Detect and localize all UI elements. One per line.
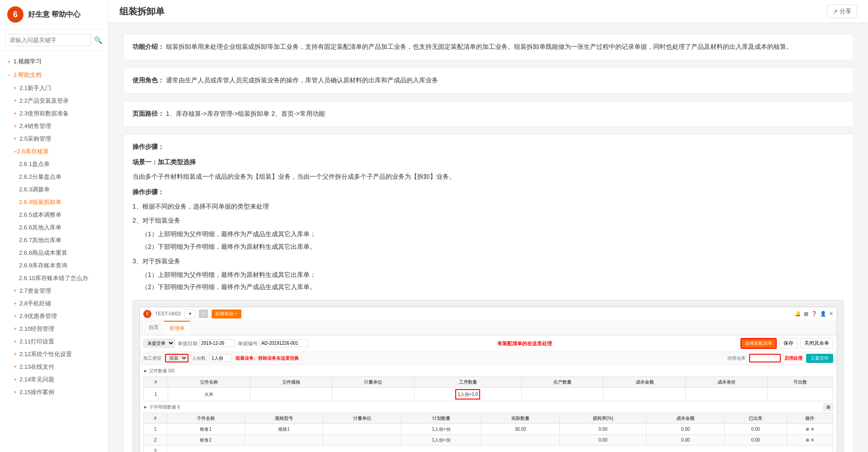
expand-icon: +	[14, 85, 17, 91]
sidebar-item-docs[interactable]: − 2.帮助文档	[0, 68, 108, 82]
sidebar-item-2.6.4[interactable]: 2.6.4组装拆卸单	[0, 196, 108, 209]
collapse-icon: −	[14, 148, 17, 155]
sidebar-item-2.15[interactable]: + 2.15操作案例	[0, 386, 108, 399]
sidebar-item-2.6.6[interactable]: 2.6.6其他入库单	[0, 221, 108, 234]
app-store-icon[interactable]: ▦	[804, 309, 808, 318]
expand-btn[interactable]: ⊞	[823, 403, 833, 411]
share-button[interactable]: ↗ 分享	[827, 5, 857, 18]
sidebar-item-2.6.3[interactable]: 2.6.3调拨单	[0, 183, 108, 196]
sidebar-item-2.5[interactable]: + 2.5采购管理	[0, 133, 108, 145]
bottom-table-container: ► 子件明细数量 6 ⊞ # 子件名称 规格型号 计量单位	[140, 402, 837, 452]
bottom-table: # 子件名称 规格型号 计量单位 计划数量 实际数量 损耗率(%) 成本金额 已	[143, 413, 833, 452]
sidebar-item-2.6.7[interactable]: 2.6.7其他出库单	[0, 234, 108, 247]
order-num-field: 单据编号	[238, 339, 309, 348]
notification-icon[interactable]: 🔔	[795, 309, 801, 318]
sidebar-item-2.12[interactable]: + 2.12系统个性化设置	[0, 348, 108, 361]
bottom-row-2: 2 粮食2 1人份+份 0.00 0.00 0.00	[144, 434, 833, 445]
sim-screenshot: 6 TEST-H002 ▼ ⟳ 新增单据一 🔔 ▦ ❓ 👤	[133, 300, 844, 452]
new-order-btn[interactable]: 新增单据一	[212, 309, 241, 319]
order-num-input[interactable]	[259, 339, 309, 347]
search-icon[interactable]: 🔍	[94, 36, 103, 44]
sidebar-item-2.6.1[interactable]: 2.6.1盘点单	[0, 158, 108, 171]
bottom-row-3: 3	[144, 445, 833, 452]
plus-icon: +	[7, 58, 11, 65]
step2-sub1: （1）上部明细为父件明细，最终作为产成品生成其它入库单；	[142, 229, 844, 240]
expand-icon: +	[14, 364, 17, 370]
close-icon[interactable]: ✕	[829, 309, 833, 318]
col-prod-qty: 生产数量	[521, 376, 604, 387]
col-cost-unit: 成本单价	[685, 376, 768, 387]
step3-subs: （1）上部明细为父件明细，最终作为原材料生成其它出库单； （2）下部明细为子件明…	[132, 270, 844, 293]
sidebar-item-2.14[interactable]: + 2.14常见问题	[0, 373, 108, 386]
user-icon[interactable]: 👤	[820, 309, 826, 318]
sidebar-item-2.2[interactable]: + 2.2产品安装及登录	[0, 95, 108, 107]
top-table: # 父件名称 父件规格 计量单位 工序数量 生产数量 成本金额 成本单价 可出数	[143, 376, 833, 401]
screenshot-container: 6 TEST-H002 ▼ ⟳ 新增单据一 🔔 ▦ ❓ 👤	[132, 300, 844, 452]
sidebar-item-2.3[interactable]: + 2.3使用前数据准备	[0, 107, 108, 120]
col-hash: #	[144, 376, 168, 387]
step3-sub1: （1）上部明细为父件明细，最终作为原材料生成其它出库单；	[142, 270, 844, 281]
content-area: 功能介绍： 组装拆卸单用来处理企业组装或拆卸等加工业务，支持有固定装配清单的产品…	[108, 23, 868, 452]
role-label: 使用角色：	[132, 76, 164, 84]
page-title: 组装拆卸单	[119, 5, 165, 18]
steps-list: 1、根据不同的业务，选择不同单据的类型来处理 2、对于组装业务 （1）上部明细为…	[132, 201, 844, 293]
sidebar-item-2.6.2[interactable]: 2.6.2分量盘点单	[0, 171, 108, 183]
sidebar-item-2.6.10[interactable]: 2.6.10库存账本错了怎么办	[0, 272, 108, 285]
sidebar-item-2.6.5[interactable]: 2.6.5成本调整单	[0, 209, 108, 221]
sidebar-item-2.6.8[interactable]: 2.6.8商品成本重算	[0, 247, 108, 259]
order-type-select[interactable]: 未提交单 提交单	[143, 339, 175, 347]
intro-label: 功能介绍：	[132, 43, 164, 50]
share-icon: ↗	[833, 8, 838, 15]
sidebar-item-2.4[interactable]: + 2.4销售管理	[0, 120, 108, 133]
expand-icon: +	[14, 136, 17, 142]
warehouse-label: 供用仓库	[727, 354, 745, 362]
refresh-btn[interactable]: ⟳	[199, 309, 208, 318]
col-available: 可出数	[768, 376, 833, 387]
annotation-text-3: 启用处理	[784, 354, 802, 362]
save-btn[interactable]: 保存	[779, 338, 797, 348]
expand-icon: +	[14, 351, 17, 357]
qty-input[interactable]	[209, 354, 232, 362]
sidebar-subitems-2.6: 2.6.1盘点单 2.6.2分量盘点单 2.6.3调拨单 2.6.4组装拆卸单 …	[0, 158, 108, 285]
annotation-text-2: 组装业务、拆卸业务在这里切换	[236, 354, 724, 362]
expand-icon: +	[14, 376, 17, 383]
sidebar-item-video[interactable]: + 1.视频学习	[0, 55, 108, 68]
top-table-container: ► 父件数量 0/0 # 父件名称 父件规格 计量单位 工序数量	[140, 365, 837, 402]
sidebar-item-2.6.9[interactable]: 2.6.9库存账本查询	[0, 259, 108, 272]
dropdown-icon[interactable]: ▼	[184, 309, 195, 319]
confirm-btn[interactable]: 立案完毕	[806, 354, 833, 363]
date-input[interactable]	[199, 339, 235, 347]
steps-label: 操作步骤：	[132, 187, 844, 198]
close-others-btn[interactable]: 关闭其余单	[800, 338, 833, 348]
process-type-label: 加工类型	[143, 354, 161, 362]
sidebar-item-2.7[interactable]: + 2.7资金管理	[0, 285, 108, 297]
expand-icon: +	[14, 326, 17, 332]
step3: 3、对于拆装业务 （1）上部明细为父件明细，最终作为原材料生成其它出库单； （2…	[132, 256, 844, 293]
tab-new-order[interactable]: 新增单	[164, 321, 190, 335]
titlebar-right: 🔔 ▦ ❓ 👤 ✕	[795, 309, 833, 318]
sidebar: 6 好生意 帮助中心 🔍 + 1.视频学习 − 2.帮助文档 + 2.1新手入门…	[0, 0, 108, 452]
date-label: 单据日期	[178, 339, 198, 348]
select-assembly-btn[interactable]: 选择装配清单	[741, 338, 777, 349]
sidebar-item-2.8[interactable]: + 2.8手机旺铺	[0, 297, 108, 310]
expand-icon: +	[14, 338, 17, 345]
top-table-row: 1 火米 1人份≈1.0	[144, 387, 833, 401]
sidebar-item-2.11[interactable]: + 2.11打印设置	[0, 335, 108, 348]
sidebar-item-2.1[interactable]: + 2.1新手入门	[0, 82, 108, 95]
tab-bar: 自页 新增单	[140, 321, 837, 335]
help-icon[interactable]: ❓	[811, 309, 817, 318]
logo-icon: 6	[7, 6, 24, 23]
tab-home[interactable]: 自页	[143, 321, 164, 335]
search-input[interactable]	[5, 34, 91, 46]
sidebar-item-2.9[interactable]: + 2.9优惠券管理	[0, 310, 108, 323]
steps-block: 操作步骤： 场景一：加工类型选择 当由多个子件材料组装成一个成品的业务为【组装】…	[123, 134, 854, 452]
sidebar-item-2.13[interactable]: + 2.13在线支付	[0, 361, 108, 373]
sidebar-item-2.10[interactable]: + 2.10经营管理	[0, 323, 108, 335]
col-parent-spec: 父件规格	[250, 376, 332, 387]
role-block: 使用角色： 通常由生产人员或库管人员完成拆装业务的操作，库管人员确认原材料的出库…	[123, 67, 854, 94]
qty-label: 人份数	[192, 354, 206, 362]
process-type-select[interactable]: 组装 拆卸	[165, 354, 189, 362]
sidebar-item-2.6[interactable]: − 2.6库存核算	[0, 145, 108, 158]
warehouse-input[interactable]	[749, 354, 781, 362]
main-area: 组装拆卸单 ↗ 分享 功能介绍： 组装拆卸单用来处理企业组装或拆卸等加工业务，支…	[108, 0, 868, 452]
